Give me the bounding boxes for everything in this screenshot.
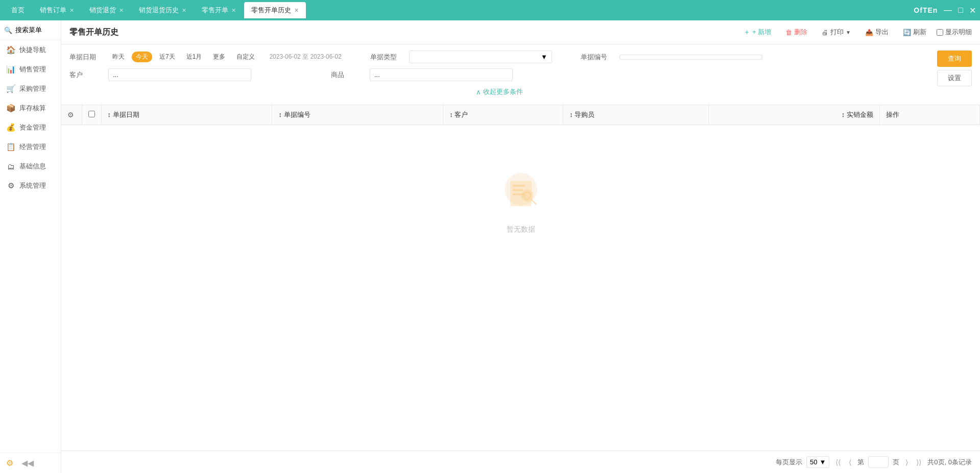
refresh-button[interactable]: 🔄 刷新: [899, 26, 930, 39]
export-button[interactable]: 📤 导出: [861, 26, 893, 39]
empty-state: 暂无数据: [61, 125, 980, 275]
th-amount[interactable]: ↕ 实销金额: [709, 105, 880, 125]
page-size-dropdown-icon: ▼: [819, 458, 826, 466]
filter-row-2: 客户 ... 商品 ...: [69, 68, 929, 81]
print-button[interactable]: 🖨 打印 ▼: [818, 26, 855, 39]
tab-retail-open-history[interactable]: 零售开单历史✕: [244, 2, 306, 18]
tab-list: 首页销售订单✕销货退货✕销货退货历史✕零售开单✕零售开单历史✕: [4, 2, 306, 18]
doc-type-label: 单据类型: [370, 53, 401, 62]
table-settings-icon[interactable]: ⚙: [67, 111, 74, 119]
customer-input[interactable]: ...: [108, 68, 251, 81]
first-page-btn[interactable]: ⟨⟨: [833, 457, 843, 467]
query-button[interactable]: 查询: [937, 51, 972, 67]
setting-button[interactable]: 设置: [937, 70, 972, 86]
operations-icon: 📋: [6, 142, 15, 152]
sidebar-item-purchase-mgmt[interactable]: 🛒采购管理: [0, 79, 61, 98]
col-no-label: 单据编号: [284, 111, 310, 118]
filter-area: 单据日期 昨天今天近7天近1月更多自定义 2023-06-02 至 2023-0…: [61, 44, 980, 105]
goods-input[interactable]: ...: [370, 68, 513, 81]
th-salesperson[interactable]: ↕ 导购员: [563, 105, 709, 125]
date-btn-今天[interactable]: 今天: [132, 52, 152, 62]
sidebar-item-label: 基础信息: [19, 162, 46, 171]
date-btn-近1月[interactable]: 近1月: [182, 52, 206, 62]
tab-close-icon[interactable]: ✕: [69, 7, 74, 14]
svg-line-6: [531, 200, 535, 204]
page-label: 第: [857, 458, 864, 467]
date-btn-自定义[interactable]: 自定义: [232, 52, 259, 62]
page-label-suffix: 页: [893, 458, 899, 467]
empty-text: 暂无数据: [507, 225, 535, 234]
goods-label: 商品: [331, 70, 362, 80]
prev-page-btn[interactable]: ⟨: [847, 457, 853, 467]
sidebar-search[interactable]: 🔍 搜索菜单: [0, 20, 61, 40]
delete-button[interactable]: 🗑 删除: [781, 26, 811, 39]
show-detail-input[interactable]: [937, 29, 943, 36]
content-area: 零售开单历史 ＋ + 新增 🗑 删除 🖨 打印 ▼ 📤 导出: [61, 20, 980, 473]
page-size-select[interactable]: 50 ▼: [806, 456, 829, 468]
th-settings[interactable]: ⚙: [61, 105, 82, 125]
sidebar-item-quick-nav[interactable]: 🏠快捷导航: [0, 40, 61, 60]
sidebar-item-label: 采购管理: [19, 84, 46, 93]
sidebar-item-operations[interactable]: 📋经营管理: [0, 137, 61, 157]
sidebar-item-basic-info[interactable]: 🗂基础信息: [0, 157, 61, 176]
th-no[interactable]: ↕ 单据编号: [272, 105, 443, 125]
page-number-input[interactable]: 1: [868, 456, 889, 468]
tab-close-icon[interactable]: ✕: [182, 7, 186, 14]
toolbar: ＋ + 新增 🗑 删除 🖨 打印 ▼ 📤 导出 🔄: [739, 26, 972, 39]
tab-close-icon[interactable]: ✕: [294, 7, 299, 14]
search-icon: 🔍: [4, 27, 12, 34]
tab-close-icon[interactable]: ✕: [119, 7, 124, 14]
minimize-btn[interactable]: —: [944, 6, 952, 15]
date-label: 单据日期: [69, 53, 100, 62]
sidebar-item-finance[interactable]: 💰资金管理: [0, 118, 61, 137]
page-header: 零售开单历史 ＋ + 新增 🗑 删除 🖨 打印 ▼ 📤 导出: [61, 20, 980, 44]
th-customer[interactable]: ↕ 客户: [443, 105, 563, 125]
refresh-icon: 🔄: [903, 29, 911, 36]
th-date[interactable]: ↕ 单据日期: [101, 105, 272, 125]
date-buttons: 昨天今天近7天近1月更多自定义: [108, 52, 259, 62]
settings-icon[interactable]: ⚙: [6, 458, 13, 468]
tab-sales-return-history[interactable]: 销货退货历史✕: [132, 2, 194, 18]
next-page-btn[interactable]: ⟩: [903, 457, 910, 467]
collapse-filter-btn[interactable]: ∧ 收起更多条件: [476, 85, 523, 98]
tab-label: 零售开单: [202, 6, 228, 15]
collapse-sidebar-icon[interactable]: ◀◀: [21, 458, 34, 468]
maximize-btn[interactable]: □: [958, 6, 963, 15]
sidebar-item-sales-mgmt[interactable]: 📊销售管理: [0, 60, 61, 79]
system-mgmt-icon: ⚙: [6, 181, 15, 190]
svg-rect-2: [512, 185, 525, 187]
th-checkbox[interactable]: [82, 105, 101, 125]
tab-label: 销货退货历史: [139, 6, 179, 15]
tab-label: 销售订单: [40, 6, 66, 15]
sidebar: 🔍 搜索菜单 🏠快捷导航📊销售管理🛒采购管理📦库存核算💰资金管理📋经营管理🗂基础…: [0, 20, 61, 473]
basic-info-icon: 🗂: [6, 162, 15, 171]
date-btn-昨天[interactable]: 昨天: [108, 52, 129, 62]
top-bar: 首页销售订单✕销货退货✕销货退货历史✕零售开单✕零售开单历史✕ OfTEn — …: [0, 0, 980, 20]
date-range: 2023-06-02 至 2023-06-02: [269, 53, 341, 61]
sales-mgmt-icon: 📊: [6, 65, 15, 74]
close-btn[interactable]: ✕: [969, 6, 976, 15]
last-page-btn[interactable]: ⟩⟩: [914, 457, 923, 467]
svg-rect-3: [512, 189, 523, 191]
tab-sales-order[interactable]: 销售订单✕: [33, 2, 81, 18]
filter-row-1: 单据日期 昨天今天近7天近1月更多自定义 2023-06-02 至 2023-0…: [69, 51, 929, 63]
sidebar-item-system-mgmt[interactable]: ⚙系统管理: [0, 176, 61, 195]
show-detail-checkbox[interactable]: 显示明细: [937, 28, 972, 37]
tab-sales-return[interactable]: 销货退货✕: [82, 2, 131, 18]
sidebar-item-label: 销售管理: [19, 65, 46, 74]
table-area: ⚙ ↕ 单据日期 ↕ 单据编号: [61, 105, 980, 451]
tab-retail-open[interactable]: 零售开单✕: [195, 2, 243, 18]
add-button[interactable]: ＋ + 新增: [739, 26, 775, 39]
doc-type-select[interactable]: ▼: [409, 51, 552, 63]
tab-home[interactable]: 首页: [4, 2, 32, 18]
add-icon: ＋: [744, 28, 750, 37]
page-total: 共0页, 0条记录: [927, 458, 972, 467]
date-btn-更多[interactable]: 更多: [209, 52, 229, 62]
tab-close-icon[interactable]: ✕: [231, 7, 236, 14]
date-btn-近7天[interactable]: 近7天: [155, 52, 179, 62]
doc-no-input[interactable]: [619, 55, 762, 60]
quick-nav-icon: 🏠: [6, 45, 15, 55]
select-all-checkbox[interactable]: [88, 111, 95, 117]
sidebar-item-inventory[interactable]: 📦库存核算: [0, 98, 61, 118]
page-title: 零售开单历史: [69, 27, 118, 38]
